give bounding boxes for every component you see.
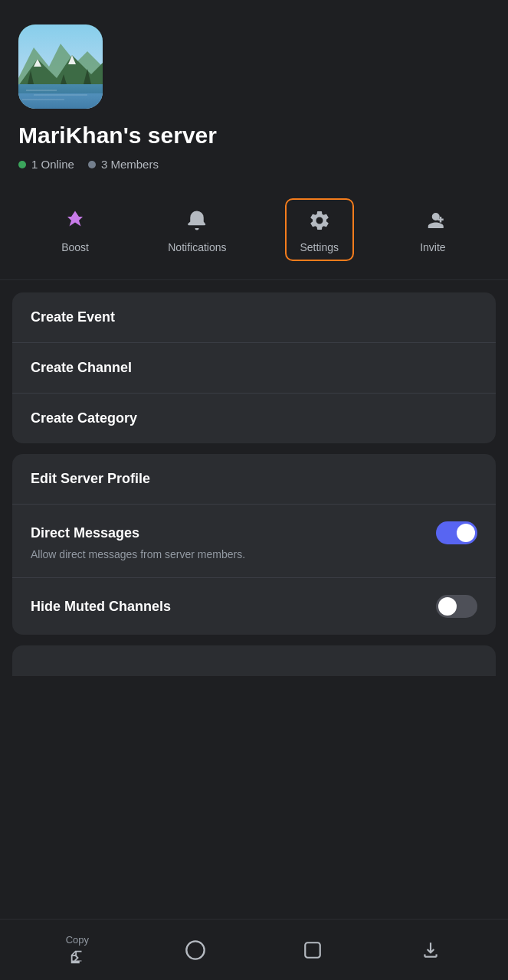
create-category-item[interactable]: Create Category [12,394,496,443]
notifications-icon [182,206,211,235]
notifications-label: Notifications [168,241,226,253]
hide-muted-label: Hide Muted Channels [31,599,171,615]
edit-profile-row: Edit Server Profile [31,471,477,487]
settings-card: Edit Server Profile Direct Messages Allo… [12,454,496,635]
copy-button[interactable]: Copy [47,934,108,965]
member-count: 3 Members [101,158,159,171]
svg-rect-13 [306,942,321,958]
boost-label: Boost [61,241,89,253]
edit-profile-item[interactable]: Edit Server Profile [12,454,496,505]
create-event-item[interactable]: Create Event [12,292,496,343]
create-menu-card: Create Event Create Channel Create Categ… [12,292,496,443]
home-button[interactable] [165,939,226,961]
server-header: MariKhan's server 1 Online 3 Members [0,0,508,186]
toggle-knob-muted [438,597,457,616]
bottom-bar: Copy [0,919,508,980]
peek-card [12,645,496,676]
online-count: 1 Online [31,158,74,171]
hide-muted-toggle[interactable] [436,595,477,618]
settings-icon [305,206,334,235]
content-area: Create Event Create Channel Create Categ… [0,280,508,776]
boost-action[interactable]: Boost [41,198,110,261]
hide-muted-row: Hide Muted Channels [31,595,477,618]
direct-messages-toggle[interactable] [436,521,477,544]
edit-profile-label: Edit Server Profile [31,471,150,487]
server-stats: 1 Online 3 Members [18,158,490,171]
home-icon [185,939,206,961]
copy-icon [69,949,86,965]
member-stat: 3 Members [88,158,159,171]
invite-icon [418,206,447,235]
direct-messages-item[interactable]: Direct Messages Allow direct messages fr… [12,505,496,578]
create-channel-item[interactable]: Create Channel [12,343,496,394]
notifications-action[interactable]: Notifications [154,198,240,261]
svg-rect-5 [18,84,103,109]
invite-label: Invite [420,241,445,253]
direct-messages-label: Direct Messages [31,525,139,541]
download-icon [421,940,441,960]
download-button[interactable] [400,940,461,960]
direct-messages-row: Direct Messages [31,521,477,544]
create-channel-label: Create Channel [31,360,132,375]
invite-action[interactable]: Invite [398,198,467,261]
copy-label: Copy [66,934,89,946]
direct-messages-sublabel: Allow direct messages from server member… [31,548,477,560]
create-category-label: Create Category [31,410,137,426]
action-bar: Boost Notifications Settings Invite [0,186,508,280]
online-stat: 1 Online [18,158,74,171]
server-logo [18,24,103,109]
server-name: MariKhan's server [18,122,490,149]
square-button[interactable] [282,940,343,960]
create-event-label: Create Event [31,309,115,325]
hide-muted-item[interactable]: Hide Muted Channels [12,578,496,635]
settings-action[interactable]: Settings [285,198,354,261]
toggle-knob-dm [457,524,475,542]
boost-icon [61,206,90,235]
member-dot [88,161,96,168]
square-icon [303,940,323,960]
online-dot [18,161,26,168]
settings-label: Settings [300,241,339,253]
svg-point-12 [186,941,204,959]
